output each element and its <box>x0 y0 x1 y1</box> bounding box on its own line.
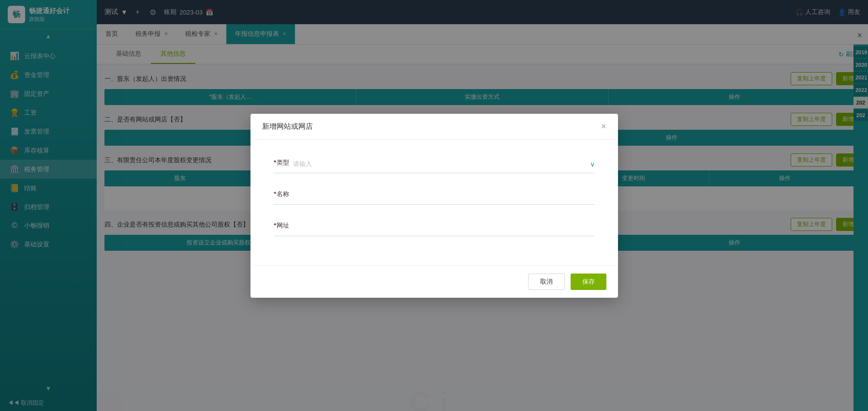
save-button[interactable]: 保存 <box>571 274 606 290</box>
url-input-wrapper: **网址 <box>274 218 595 236</box>
modal-footer: 取消 保存 <box>250 265 618 298</box>
name-input-wrapper: **名称 <box>274 187 595 205</box>
cancel-button[interactable]: 取消 <box>528 274 565 290</box>
name-label-text: *名称 <box>274 190 289 198</box>
form-field-url: **网址 <box>274 218 595 236</box>
form-field-name: **名称 <box>274 187 595 205</box>
url-input[interactable] <box>293 223 595 230</box>
name-input[interactable] <box>293 192 595 199</box>
url-label-text: *网址 <box>274 222 289 229</box>
type-label: **类型 <box>274 158 289 167</box>
form-field-type: **类型 ∨ <box>274 155 595 173</box>
type-label-text: *类型 <box>274 159 289 166</box>
modal-add-website: 新增网站或网店 × **类型 ∨ **名称 <box>250 114 618 298</box>
modal-body: **类型 ∨ **名称 **网址 <box>250 140 618 265</box>
chevron-down-icon: ∨ <box>590 160 595 168</box>
name-label: **名称 <box>274 190 289 198</box>
type-input-wrapper: **类型 ∨ <box>274 155 595 173</box>
modal-close-button[interactable]: × <box>601 122 606 132</box>
modal-header: 新增网站或网店 × <box>250 114 618 140</box>
type-input[interactable] <box>293 160 586 167</box>
modal-title: 新增网站或网店 <box>262 122 313 131</box>
url-label: **网址 <box>274 221 289 230</box>
